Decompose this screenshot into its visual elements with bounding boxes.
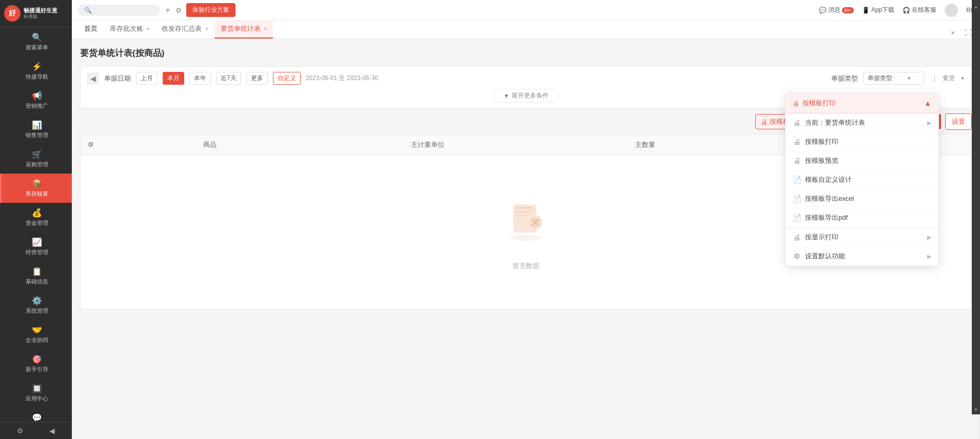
table-settings-icon[interactable]: ⚙ bbox=[88, 141, 94, 148]
grid-icon: 🔲 bbox=[32, 384, 42, 393]
app-logo: 好 畅捷通好生意 标准版 bbox=[0, 0, 72, 27]
gear-icon: ⚙️ bbox=[32, 296, 42, 306]
sidebar-item-marketing[interactable]: 📢 营销推广 bbox=[0, 86, 72, 115]
tab-bar: 首页 库存批次账 × 收发存汇总表 × 要货单统计表 × × ⛶ bbox=[72, 21, 980, 39]
dropdown-item-template-design[interactable]: 📄 模板自定义设计 bbox=[786, 170, 938, 189]
sidebar-item-basic[interactable]: 📋 基础信息 bbox=[0, 261, 72, 291]
date-btn-more[interactable]: 更多 bbox=[246, 72, 268, 85]
date-btn-last-month[interactable]: 上月 bbox=[136, 72, 158, 85]
section-arrow-icon: ▶ bbox=[927, 234, 931, 241]
search-icon: 🔍 bbox=[84, 7, 92, 14]
empty-text: 暂无数据 bbox=[513, 261, 539, 271]
tab-order-stats[interactable]: 要货单统计表 × bbox=[214, 20, 273, 39]
sidebar-item-inventory[interactable]: 📦 库存核算 bbox=[0, 174, 72, 203]
sidebar-settings-btn[interactable]: ⚙ bbox=[17, 427, 24, 435]
window-close-btn[interactable]: × bbox=[947, 27, 958, 39]
trial-btn[interactable]: 体验行业方案 bbox=[186, 3, 236, 17]
type-label: 单据类型 bbox=[831, 74, 858, 83]
col-unit: 主计量单位 bbox=[319, 140, 536, 149]
phone-icon: 📱 bbox=[862, 7, 870, 14]
expand-conditions-btn[interactable]: ▼ 展开更多条件 bbox=[493, 89, 559, 103]
tab-home[interactable]: 首页 bbox=[78, 20, 104, 39]
svg-rect-4 bbox=[516, 215, 527, 216]
col-gear[interactable]: ⚙ bbox=[81, 141, 101, 148]
tab-receipt-summary[interactable]: 收发存汇总表 × bbox=[155, 20, 214, 39]
topbar: 🔍 ▼ ⚙ 体验行业方案 💬 消息 99+ 📱 App下载 🎧 在线客服 Rit bbox=[72, 0, 980, 21]
search-icon: 🔍 bbox=[32, 32, 42, 42]
empty-icon bbox=[500, 194, 552, 255]
doc-icon: 📄 bbox=[793, 214, 801, 222]
sidebar-item-operations[interactable]: 📈 经营管理 bbox=[0, 232, 72, 261]
logo-icon: 好 bbox=[4, 5, 21, 22]
svg-rect-3 bbox=[516, 211, 530, 213]
sidebar-nav: 🔍 搜索菜单 ⚡ 快捷导航 📢 营销推广 📊 销售管理 🛒 采购管理 📦 库存核… bbox=[0, 27, 72, 422]
sidebar-scroll-down[interactable]: ▼ bbox=[974, 407, 978, 412]
main-content: 🔍 ▼ ⚙ 体验行业方案 💬 消息 99+ 📱 App下载 🎧 在线客服 Rit bbox=[72, 0, 980, 439]
sidebar-item-collab[interactable]: 🤝 企业协同 bbox=[0, 320, 72, 349]
sidebar-item-guide[interactable]: 🎯 新手引导 bbox=[0, 349, 72, 378]
dropdown-item-current[interactable]: 🖨 当前：要货单统计表 ▶ bbox=[786, 113, 938, 132]
date-btn-7days[interactable]: 近7天 bbox=[216, 72, 241, 85]
megaphone-icon: 📢 bbox=[32, 91, 42, 101]
col-qty: 主数量 bbox=[536, 140, 754, 149]
chat-icon: 💬 bbox=[32, 413, 42, 422]
print-dropdown: 🖨 按模板打印 ▲ 🖨 当前：要货单统计表 ▶ 🖨 按模板打印 🖨 按模板预览 … bbox=[785, 93, 939, 266]
chart-icon: 📊 bbox=[32, 120, 42, 130]
box-icon: 📦 bbox=[32, 179, 42, 188]
date-btn-this-month[interactable]: 本月 bbox=[163, 72, 184, 85]
printer-small-icon: 🖨 bbox=[793, 233, 801, 241]
printer-icon: 🖨 bbox=[761, 118, 768, 126]
topbar-gear-icon[interactable]: ⚙ bbox=[175, 6, 182, 14]
topbar-right: 💬 消息 99+ 📱 App下载 🎧 在线客服 Rit bbox=[819, 4, 974, 17]
dropdown-close-btn[interactable]: ▲ bbox=[924, 99, 931, 107]
dropdown-item-template-pdf[interactable]: 📄 按模板导出pdf bbox=[786, 208, 938, 227]
dropdown-item-display-print[interactable]: 🖨 按显示打印 ▶ bbox=[786, 228, 938, 247]
filter-collapse-btn[interactable]: ◀ bbox=[87, 72, 99, 85]
sidebar-item-wechat[interactable]: 💬 企业微信 bbox=[0, 408, 72, 422]
dropdown-item-template-preview[interactable]: 🖨 按模板预览 bbox=[786, 151, 938, 170]
tab-batch-account[interactable]: 库存批次账 × bbox=[104, 20, 155, 39]
sidebar-scroll-up[interactable]: ▲ bbox=[974, 4, 978, 9]
dropdown-item-template-excel[interactable]: 📄 按模板导出excel bbox=[786, 189, 938, 208]
dropdown-header: 🖨 按模板打印 ▲ bbox=[786, 93, 938, 113]
topbar-dropdown-icon: ▼ bbox=[164, 6, 171, 14]
svg-point-0 bbox=[511, 235, 541, 241]
printer-small-icon: 🖨 bbox=[793, 157, 801, 165]
gear-small-icon: ⚙ bbox=[793, 252, 801, 260]
headset-icon: 🎧 bbox=[903, 7, 910, 14]
date-range-display: 2023-06-01 至 2023-06-30 bbox=[306, 74, 378, 83]
printer-icon: 🖨 bbox=[793, 100, 799, 107]
type-select[interactable]: 单据类型 ▼ bbox=[863, 72, 925, 85]
trending-icon: 📈 bbox=[32, 237, 42, 247]
doc-icon: 📄 bbox=[793, 195, 801, 203]
settings-btn[interactable]: 设置 bbox=[945, 113, 972, 130]
messages-btn[interactable]: 💬 消息 99+ bbox=[819, 6, 854, 14]
date-btn-this-year[interactable]: 本年 bbox=[189, 72, 211, 85]
sidebar-item-finance[interactable]: 💰 资金管理 bbox=[0, 203, 72, 232]
require-goods-label: 要货 bbox=[943, 74, 955, 83]
sidebar-collapse-btn[interactable]: ◀ bbox=[49, 427, 55, 435]
dropdown-item-set-default[interactable]: ⚙ 设置默认功能 ▶ bbox=[786, 247, 938, 266]
item-arrow-icon: ▶ bbox=[927, 120, 931, 126]
sidebar-item-system[interactable]: ⚙️ 系统管理 bbox=[0, 291, 72, 320]
search-input[interactable] bbox=[94, 7, 150, 14]
tab-order-stats-close[interactable]: × bbox=[264, 26, 267, 32]
cart-icon: 🛒 bbox=[32, 149, 42, 159]
online-service-btn[interactable]: 🎧 在线客服 bbox=[903, 6, 936, 14]
date-btn-custom[interactable]: 自定义 bbox=[273, 72, 301, 85]
sidebar-item-search[interactable]: 🔍 搜索菜单 bbox=[0, 27, 72, 56]
sidebar-item-shortcut[interactable]: ⚡ 快捷导航 bbox=[0, 56, 72, 86]
lightning-icon: ⚡ bbox=[32, 62, 42, 71]
dropdown-item-template-print[interactable]: 🖨 按模板打印 bbox=[786, 132, 938, 151]
col-product: 商品 bbox=[101, 140, 319, 149]
type-arrow-icon: ▼ bbox=[907, 75, 912, 81]
doc-icon: 📄 bbox=[793, 176, 801, 184]
page-title: 要货单统计表(按商品) bbox=[80, 47, 972, 59]
sidebar-item-purchase[interactable]: 🛒 采购管理 bbox=[0, 144, 72, 174]
tab-batch-account-close[interactable]: × bbox=[146, 26, 149, 32]
tab-receipt-summary-close[interactable]: × bbox=[205, 26, 208, 32]
sidebar-item-apps[interactable]: 🔲 应用中心 bbox=[0, 378, 72, 408]
app-download-btn[interactable]: 📱 App下载 bbox=[862, 6, 894, 14]
search-box: 🔍 bbox=[78, 5, 160, 16]
sidebar-item-sales[interactable]: 📊 销售管理 bbox=[0, 115, 72, 144]
